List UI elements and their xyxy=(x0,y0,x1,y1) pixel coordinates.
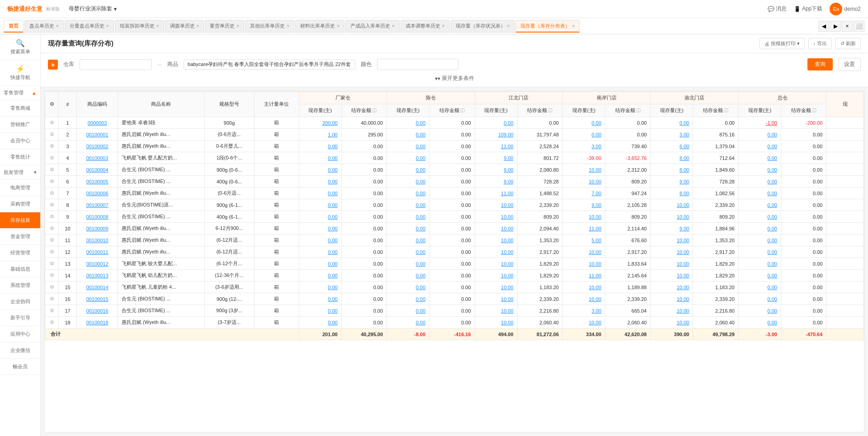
color-input[interactable] xyxy=(377,59,458,70)
row-nanan-stock: 10.00 xyxy=(563,211,605,223)
search-dots: ··· xyxy=(157,61,162,68)
tab-next-btn[interactable]: ▶ xyxy=(830,21,841,32)
sidebar-item-retail-shop[interactable]: 零售商城 xyxy=(0,100,40,117)
main-layout: 🔍 搜索英单 ⚡ 快捷导航 零售管理 ▲ 零售商城 营销推广 会员中心 零售统计… xyxy=(0,34,868,436)
row-settings[interactable]: ⚙ xyxy=(45,293,59,305)
row-settings[interactable]: ⚙ xyxy=(45,281,59,293)
tab-cunliang1[interactable]: 现存量（库存状况表）× xyxy=(451,20,515,33)
row-settings[interactable]: ⚙ xyxy=(45,117,59,129)
sidebar-item-member2[interactable]: 畅会员 xyxy=(0,359,40,375)
tab-maximize-btn[interactable]: ⬜ xyxy=(854,21,864,32)
print-btn[interactable]: 🖨 按模板打印 ▾ xyxy=(760,38,805,49)
row-spec: 1段(0-6个... xyxy=(204,152,254,164)
product-input[interactable] xyxy=(184,60,355,70)
tab-fenpan[interactable]: 分量盘点单历史 × xyxy=(65,20,114,33)
sidebar-item-retail-mgmt[interactable]: 零售管理 ▲ xyxy=(0,86,40,100)
row-settings[interactable]: ⚙ xyxy=(45,258,59,270)
sidebar-item-retail-stats[interactable]: 零售统计 xyxy=(0,149,40,165)
row-settings[interactable]: ⚙ xyxy=(45,164,59,176)
row-nanan-balance: 1,189.88 xyxy=(605,281,651,293)
row-chenshi-balance: 0.00 xyxy=(429,117,475,129)
sidebar-item-purchase[interactable]: 采购管理 xyxy=(0,196,40,212)
sidebar-item-apps[interactable]: 应用中心 xyxy=(0,326,40,342)
factory-balance-info-icon[interactable]: ⓘ xyxy=(372,108,377,113)
row-num: 9 xyxy=(59,211,77,223)
row-current xyxy=(826,305,864,317)
sidebar-item-weixin[interactable]: 企业微信 xyxy=(0,342,40,359)
row-settings[interactable]: ⚙ xyxy=(45,188,59,199)
sidebar-item-quicknav[interactable]: ⚡ 快捷导航 xyxy=(0,60,40,86)
row-code: 00100006 xyxy=(77,188,118,199)
message-btn[interactable]: 💬 消息 xyxy=(768,5,787,13)
settings-col-header[interactable]: ⚙ xyxy=(45,92,59,117)
sidebar-item-system[interactable]: 系统管理 xyxy=(0,277,40,294)
yubeimen-balance-info-icon[interactable]: ⓘ xyxy=(724,108,728,113)
row-chenshi-stock: 0.00 xyxy=(387,234,429,246)
tab-yaohuo[interactable]: 要货单历史 × xyxy=(205,20,244,33)
row-settings[interactable]: ⚙ xyxy=(45,141,59,152)
row-total-balance: 0.00 xyxy=(781,152,826,164)
sidebar-item-search[interactable]: 🔍 搜索英单 xyxy=(0,34,40,60)
chenshi-balance-info-icon[interactable]: ⓘ xyxy=(460,108,465,113)
nanan-balance-info-icon[interactable]: ⓘ xyxy=(636,108,641,113)
row-total-stock: -1.00 xyxy=(738,117,781,129)
sidebar-item-ecommerce[interactable]: 电商管理 xyxy=(0,180,40,196)
row-settings[interactable]: ⚙ xyxy=(45,234,59,246)
tab-zuzhuang[interactable]: 组装拆卸单历史 × xyxy=(115,20,164,33)
row-settings[interactable]: ⚙ xyxy=(45,211,59,223)
row-jiangbei-stock: 9.00 xyxy=(475,164,517,176)
row-yubeimen-stock: 10.00 xyxy=(651,281,693,293)
row-total-stock: 0.00 xyxy=(738,234,781,246)
sidebar-item-marketing[interactable]: 营销推广 xyxy=(0,117,40,133)
row-num: 10 xyxy=(59,223,77,234)
row-settings[interactable]: ⚙ xyxy=(45,176,59,188)
tab-chengben[interactable]: 成本调整单历史 × xyxy=(401,20,450,33)
sidebar-item-finance[interactable]: 资金管理 xyxy=(0,229,40,245)
row-settings[interactable]: ⚙ xyxy=(45,246,59,258)
industry-selector[interactable]: 母婴行业演示陈套 ▾ xyxy=(69,5,117,13)
warehouse-input[interactable] xyxy=(80,59,152,70)
row-jiangbei-stock: 9.00 xyxy=(475,176,517,188)
tab-pandian[interactable]: 盘点单历史 × xyxy=(24,20,64,33)
row-factory-stock: 1.00 xyxy=(299,129,341,141)
row-settings[interactable]: ⚙ xyxy=(45,305,59,317)
sidebar-item-wholesale[interactable]: 批发管理 ▾ xyxy=(0,165,40,180)
row-num: 16 xyxy=(59,293,77,305)
tab-chengpin[interactable]: 产成品入库单历史 × xyxy=(345,20,400,33)
row-total-balance: 0.00 xyxy=(781,141,826,152)
row-settings[interactable]: ⚙ xyxy=(45,270,59,281)
tab-cailiao[interactable]: 材料出库单历史 × xyxy=(295,20,344,33)
row-name: 合生元(BIOSTIME)涯... xyxy=(118,199,204,211)
export-btn[interactable]: ↑ 导出 xyxy=(808,38,832,49)
tab-qitachu[interactable]: 其他出库单历史 × xyxy=(245,20,294,33)
footer-total-stock: -3.00 xyxy=(738,328,781,340)
row-settings[interactable]: ⚙ xyxy=(45,317,59,328)
tab-prev-btn[interactable]: ◀ xyxy=(818,21,829,32)
row-settings[interactable]: ⚙ xyxy=(45,152,59,164)
refresh-btn[interactable]: ↺ 刷新 xyxy=(835,38,861,49)
sidebar-item-basic[interactable]: 基础信息 xyxy=(0,261,40,277)
tab-home[interactable]: 首页 xyxy=(4,20,24,33)
row-settings[interactable]: ⚙ xyxy=(45,199,59,211)
row-settings[interactable]: ⚙ xyxy=(45,223,59,234)
expand-toggle-btn[interactable]: » xyxy=(48,60,58,70)
setting-btn[interactable]: 设置 xyxy=(838,58,861,71)
sidebar-item-guide[interactable]: 新手引导 xyxy=(0,310,40,326)
sidebar-item-inventory[interactable]: 库存核算 xyxy=(0,212,40,229)
row-current xyxy=(826,199,864,211)
sidebar-item-collab[interactable]: 企业协同 xyxy=(0,294,40,310)
row-total-balance: 0.00 xyxy=(781,164,826,176)
sidebar-item-ops[interactable]: 经营管理 xyxy=(0,245,40,261)
user-avatar[interactable]: Ea demo2 xyxy=(830,3,861,15)
jiangbei-balance-info-icon[interactable]: ⓘ xyxy=(548,108,552,113)
sidebar-item-member[interactable]: 会员中心 xyxy=(0,133,40,149)
row-yubeimen-stock: 8.00 xyxy=(651,152,693,164)
expand-conditions-btn[interactable]: ▾▾ 展开更多条件 xyxy=(435,75,474,82)
tab-close-all-btn[interactable]: × xyxy=(842,21,853,32)
app-download-btn[interactable]: 📱 App下载 xyxy=(794,5,822,13)
tab-cunliang2[interactable]: 现存量（库存分布表）× xyxy=(515,20,580,33)
row-settings[interactable]: ⚙ xyxy=(45,129,59,141)
search-btn[interactable]: 查询 xyxy=(807,58,833,70)
total-balance-info-icon[interactable]: ⓘ xyxy=(812,108,816,113)
tab-diaob[interactable]: 调拨单历史 × xyxy=(165,20,204,33)
